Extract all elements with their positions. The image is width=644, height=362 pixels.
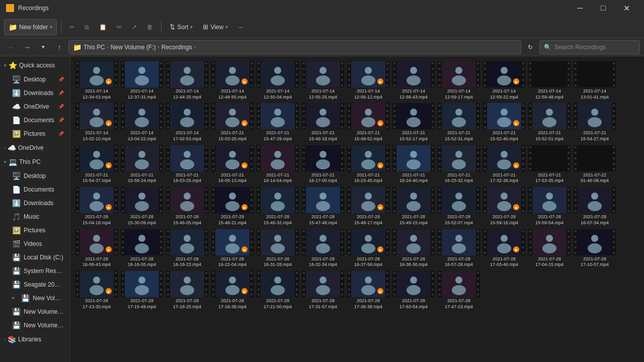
file-item[interactable]: 2021-07-21 16-14-54.mp4 bbox=[256, 144, 300, 185]
file-item[interactable]: 2021-07-28 16-18-23.mp4 bbox=[165, 228, 209, 269]
file-item[interactable]: ▶ 2021-07-28 17-18-38.mp4 bbox=[210, 270, 255, 311]
file-item[interactable]: 2021-07-14 12-55-25.mp4 bbox=[301, 60, 345, 101]
file-item[interactable]: 2021-07-28 15-46-32.mp4 bbox=[256, 186, 300, 227]
file-item[interactable]: ▶ 2021-07-21 16-23-45.mp4 bbox=[346, 144, 390, 185]
file-item[interactable]: ▶ 2021-07-28 15-48-17.mp4 bbox=[346, 186, 390, 227]
sidebar-item-system-reserve[interactable]: 💾 System Reserve bbox=[8, 264, 68, 278]
file-item[interactable]: ▶ 2021-07-28 16-37-56.mp4 bbox=[346, 228, 390, 269]
file-item[interactable]: 2021-07-22 01-46-08.mp4 bbox=[573, 144, 617, 185]
search-box[interactable]: 🔍 Search Recordings bbox=[539, 40, 640, 54]
sidebar-item-videos[interactable]: 🎬 Videos bbox=[8, 237, 68, 250]
file-item[interactable]: 2021-07-28 15-49-15.mp4 bbox=[391, 186, 436, 227]
file-item[interactable]: 2021-07-21 16-17-00.mp4 bbox=[301, 144, 345, 185]
file-item[interactable]: 2021-07-14 13-01-41.mp4 bbox=[573, 60, 617, 101]
sidebar-onedrive-header[interactable]: › ☁️ OneDrive bbox=[0, 141, 70, 155]
file-item[interactable]: 2021-07-14 12-37-31.mp4 bbox=[120, 60, 164, 101]
breadcrumb[interactable]: 📁 This PC › New Volume (F:) › Recordings… bbox=[68, 40, 521, 54]
file-item[interactable]: ▶ 2021-07-28 16-08-43.mp4 bbox=[74, 228, 119, 269]
file-item[interactable]: 2021-07-21 17-53-35.mp4 bbox=[527, 144, 572, 185]
file-item[interactable]: 2021-07-21 15-49-18.mp4 bbox=[301, 102, 345, 143]
file-item[interactable]: ▶ 2021-07-21 15-03-26.mp4 bbox=[210, 102, 255, 143]
sidebar-item-downloads-qa[interactable]: ⬇️ Downloads 📌 bbox=[8, 86, 68, 100]
file-item[interactable]: 2021-07-14 12-59-17.mp4 bbox=[437, 60, 481, 101]
sidebar-item-documents-pc[interactable]: 📄 Documents bbox=[8, 183, 68, 196]
copy-button[interactable]: ⧉ bbox=[80, 19, 93, 35]
file-item[interactable]: 2021-07-14 12-59-48.mp4 bbox=[527, 60, 572, 101]
cut-button[interactable]: ✂ bbox=[65, 19, 78, 35]
file-item[interactable]: 2021-07-21 16-25-32.mp4 bbox=[437, 144, 481, 185]
sidebar-item-seagate[interactable]: 💾 Seagate 2014 (E: bbox=[8, 278, 68, 291]
sidebar-item-pictures-qa[interactable]: 🖼️ Pictures 📌 bbox=[8, 127, 68, 140]
forward-button[interactable]: → bbox=[20, 40, 34, 54]
file-item[interactable]: ▶ 2021-07-21 17-32-36.mp4 bbox=[482, 144, 526, 185]
recent-button[interactable]: ▾ bbox=[36, 40, 50, 54]
file-item[interactable]: ▶ 2021-07-14 12-56-12.mp4 bbox=[346, 60, 390, 101]
file-item[interactable]: ▶ 2021-07-14 13-02-10.mp4 bbox=[74, 102, 119, 143]
share-button[interactable]: ↗ bbox=[128, 19, 141, 35]
file-item[interactable]: ▶ 2021-07-21 16-05-13.mp4 bbox=[210, 144, 255, 185]
sidebar-item-downloads-pc[interactable]: ⬇️ Downloads bbox=[8, 197, 68, 210]
file-item[interactable]: 2021-07-28 17-21-50.mp4 bbox=[256, 270, 300, 311]
sidebar-item-desktop-qa[interactable]: 🖥️ Desktop 📌 bbox=[8, 73, 68, 86]
file-item[interactable]: ▶ 2021-07-28 17-36-38.mp4 bbox=[346, 270, 390, 311]
file-item[interactable]: ▶ 2021-07-28 17-13-30.mp4 bbox=[74, 270, 119, 311]
sidebar-item-desktop-pc[interactable]: 🖥️ Desktop bbox=[8, 169, 68, 183]
minimize-button[interactable]: ─ bbox=[569, 0, 592, 16]
file-item[interactable]: ▶ 2021-07-14 12-48-55.mp4 bbox=[210, 60, 255, 101]
new-folder-button[interactable]: 📁 New folder ▾ bbox=[4, 19, 57, 35]
file-item[interactable]: 2021-07-21 16-24-40.mp4 bbox=[391, 144, 436, 185]
file-item[interactable]: 2021-07-21 15-54-27.mp4 bbox=[573, 102, 617, 143]
file-item[interactable]: 2021-07-28 16-57-28.mp4 bbox=[437, 228, 481, 269]
delete-button[interactable]: 🗑 bbox=[143, 19, 157, 35]
file-item[interactable]: 2021-07-21 16-03-25.mp4 bbox=[165, 144, 209, 185]
file-item[interactable]: ▶ 2021-07-21 15-49-52.mp4 bbox=[346, 102, 390, 143]
view-button[interactable]: ⊞ View ▾ bbox=[199, 19, 232, 35]
file-item[interactable]: 2021-07-14 17-02-53.mp4 bbox=[165, 102, 209, 143]
file-item[interactable]: 2021-07-28 15-47-48.mp4 bbox=[301, 186, 345, 227]
file-item[interactable]: ▶ 2021-07-21 15-52-40.mp4 bbox=[482, 102, 526, 143]
file-item[interactable]: 2021-07-28 16-32-34.mp4 bbox=[301, 228, 345, 269]
sidebar-quick-access-header[interactable]: ▾ ⭐ Quick access bbox=[0, 58, 70, 72]
file-item[interactable]: 2021-07-28 15-59-54.mp4 bbox=[527, 186, 572, 227]
file-item[interactable]: 2021-07-28 16-38-30.mp4 bbox=[391, 228, 436, 269]
file-item[interactable]: 2021-07-14 12-44-25.mp4 bbox=[165, 60, 209, 101]
sort-button[interactable]: ⇅ Sort ▾ bbox=[166, 19, 197, 35]
file-item[interactable]: ▶ 2021-07-14 12-59-22.mp4 bbox=[482, 60, 526, 101]
sidebar-item-onedrive-qa[interactable]: ☁️ OneDrive 📌 bbox=[8, 100, 68, 113]
sidebar-libraries-header[interactable]: › 📚 Libraries bbox=[0, 332, 70, 346]
breadcrumb-recordings[interactable]: Recordings bbox=[162, 44, 192, 51]
sidebar-item-documents-qa[interactable]: 📄 Documents 📌 bbox=[8, 114, 68, 127]
rename-button[interactable]: ✏ bbox=[113, 19, 126, 35]
paste-button[interactable]: 📋 bbox=[95, 19, 111, 35]
sidebar-item-music[interactable]: 🎵 Music bbox=[8, 210, 68, 223]
refresh-button[interactable]: ↻ bbox=[523, 40, 537, 54]
file-item[interactable]: ▶ 2021-07-21 15-54-37.mp4 bbox=[74, 144, 119, 185]
file-item[interactable]: ▶ 2021-07-28 15-04-18.mp4 bbox=[74, 186, 119, 227]
file-item[interactable]: 2021-07-14 12-55-04.mp4 bbox=[256, 60, 300, 101]
file-item[interactable]: 2021-07-21 15-52-51.mp4 bbox=[527, 102, 572, 143]
file-item[interactable]: 2021-07-21 15-52-17.mp4 bbox=[391, 102, 436, 143]
maximize-button[interactable]: □ bbox=[592, 0, 615, 16]
file-item[interactable]: ▶ 2021-07-28 15-46-21.mp4 bbox=[210, 186, 255, 227]
file-item[interactable]: 2021-07-28 17-47-23.mp4 bbox=[437, 270, 481, 311]
breadcrumb-volume[interactable]: New Volume (F:) bbox=[111, 44, 155, 51]
file-item[interactable]: ▶ 2021-07-28 15-59-16.mp4 bbox=[482, 186, 526, 227]
file-item[interactable]: 2021-07-28 15-52-07.mp4 bbox=[437, 186, 481, 227]
file-item[interactable]: 2021-07-28 17-18-25.mp4 bbox=[165, 270, 209, 311]
file-item[interactable]: 2021-07-21 15-47-29.mp4 bbox=[256, 102, 300, 143]
file-item[interactable]: 2021-07-28 17-04-15.mp4 bbox=[527, 228, 572, 269]
sidebar-item-local-disk[interactable]: 💾 Local Disk (C:) bbox=[8, 251, 68, 264]
up-button[interactable]: ↑ bbox=[52, 40, 66, 54]
file-item[interactable]: 2021-07-28 17-31-57.mp4 bbox=[301, 270, 345, 311]
file-item[interactable]: ▶ 2021-07-14 12-34-53.mp4 bbox=[74, 60, 119, 101]
file-item[interactable]: 2021-07-28 15-46-05.mp4 bbox=[165, 186, 209, 227]
back-button[interactable]: ← bbox=[4, 40, 18, 54]
file-item[interactable]: 2021-07-21 15-56-24.mp4 bbox=[120, 144, 164, 185]
breadcrumb-this-pc[interactable]: This PC bbox=[84, 44, 105, 51]
close-button[interactable]: ✕ bbox=[615, 0, 638, 16]
sidebar-item-new-vol-g[interactable]: 💾 New Volume (G: bbox=[8, 305, 68, 318]
file-item[interactable]: 2021-07-28 17-63-54.mp4 bbox=[391, 270, 436, 311]
file-item[interactable]: 2021-07-28 17-15-49.mp4 bbox=[120, 270, 164, 311]
file-item[interactable]: 2021-07-28 16-31-28.mp4 bbox=[256, 228, 300, 269]
sidebar-thispc-header[interactable]: ▾ 💻 This PC bbox=[0, 155, 70, 169]
